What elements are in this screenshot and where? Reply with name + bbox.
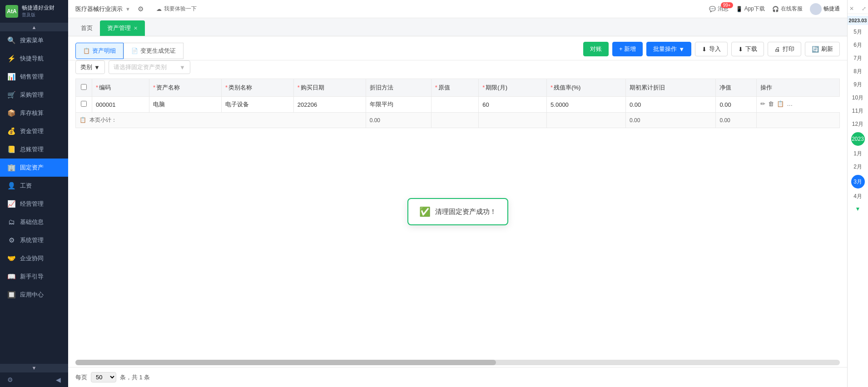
copy-icon[interactable]: 📋	[777, 100, 784, 107]
topbar-settings-icon[interactable]: ⚙	[138, 5, 144, 13]
new-button[interactable]: + 新增	[612, 42, 643, 56]
cloud-trial-button[interactable]: ☁ 我要体验一下	[156, 5, 197, 13]
sidebar-item-label: 库存核算	[20, 109, 44, 117]
sidebar-item-enterprise[interactable]: 🤝 企业协同	[0, 249, 68, 268]
app-download-label: App下载	[744, 5, 765, 13]
cal-month-3-active[interactable]: 3月	[851, 175, 865, 189]
col-original-value: *原值	[431, 79, 479, 97]
customer-service-button[interactable]: 🎧 在线客服	[772, 5, 803, 13]
sales-icon: 📊	[7, 73, 15, 81]
app-download-button[interactable]: 📱 App下载	[736, 5, 765, 13]
finance-icon: 💰	[7, 127, 15, 135]
cal-month-5[interactable]: 5月	[851, 26, 865, 38]
download-button[interactable]: ⬇ 下载	[731, 42, 764, 56]
cal-month-7[interactable]: 7月	[851, 52, 865, 64]
sidebar-item-quicknav[interactable]: ⚡ 快捷导航	[0, 50, 68, 68]
cell-purchase-date: 202206	[293, 97, 366, 113]
sidebar-item-operations[interactable]: 📈 经营管理	[0, 195, 68, 213]
sub-tab-asset-detail[interactable]: 📋 资产明细	[75, 43, 124, 59]
toast-success-icon: ✅	[419, 206, 431, 217]
guide-icon: 📖	[7, 273, 15, 281]
reconcile-button[interactable]: 对账	[583, 42, 609, 56]
subtotal-original-cell: 0.00	[366, 113, 431, 128]
category-filter[interactable]: 类别 ▼	[75, 60, 105, 74]
cal-year-badge[interactable]: 2023	[851, 132, 865, 146]
cal-month-12[interactable]: 12月	[851, 118, 865, 130]
company-selector[interactable]: 医疗器械行业演示 ▼	[75, 5, 130, 13]
messages-button[interactable]: 💬 消息 99+	[709, 5, 729, 13]
sidebar-item-search[interactable]: 🔍 搜索菜单	[0, 31, 68, 50]
collapse-sidebar-icon[interactable]: ◀	[56, 376, 61, 383]
import-button[interactable]: ⬇ 导入	[695, 42, 728, 56]
refresh-label: 刷新	[821, 45, 833, 53]
cell-category: 电子设备	[221, 97, 293, 113]
download-icon: 📱	[736, 6, 743, 12]
sidebar-item-ledger[interactable]: 📒 总账管理	[0, 140, 68, 159]
subtotal-row: 📋 本页小计： 0.00 0.00 0.00	[76, 113, 840, 128]
delete-icon[interactable]: 🗑	[768, 100, 774, 107]
col-action: 操作	[757, 79, 840, 97]
sidebar-item-purchase[interactable]: 🛒 采购管理	[0, 86, 68, 104]
sub-tabbar: 📋 资产明细 📄 变更生成凭证 对账 + 新增 批量操作 ▼ ⬇	[68, 36, 847, 60]
sidebar-item-payroll[interactable]: 👤 工资	[0, 177, 68, 195]
tab-home[interactable]: 首页	[74, 20, 100, 36]
sidebar-scroll-up[interactable]: ▲	[0, 23, 68, 31]
enterprise-icon: 🤝	[7, 254, 15, 263]
sidebar-item-system[interactable]: ⚙ 系统管理	[0, 231, 68, 249]
more-icon[interactable]: …	[787, 100, 793, 107]
subtotal-label-cell: 📋 本页小计：	[76, 113, 366, 128]
table-scrollbar[interactable]	[75, 360, 840, 365]
apps-icon: 🔲	[7, 291, 15, 299]
sidebar-item-sales[interactable]: 📊 销售管理	[0, 68, 68, 86]
sidebar-scroll-down[interactable]: ▼	[0, 364, 68, 372]
cal-month-6[interactable]: 6月	[851, 39, 865, 51]
toast-message: 清理固定资产成功！	[435, 208, 496, 216]
subtotal-empty2	[479, 113, 547, 128]
cal-month-4[interactable]: 4月	[851, 190, 865, 203]
sidebar-item-finance[interactable]: 💰 资金管理	[0, 122, 68, 140]
cal-month-9[interactable]: 9月	[851, 79, 865, 91]
cal-scroll-down[interactable]: ▼	[851, 203, 865, 214]
edit-icon[interactable]: ✏	[760, 100, 765, 107]
user-profile[interactable]: 畅捷通	[810, 3, 840, 15]
sidebar-item-apps[interactable]: 🔲 应用中心	[0, 286, 68, 304]
batch-label: 批量操作	[653, 45, 677, 53]
cal-month-10[interactable]: 10月	[851, 92, 865, 104]
sidebar-item-label: 采购管理	[20, 91, 44, 99]
cal-month-1[interactable]: 1月	[851, 148, 865, 160]
batch-button[interactable]: 批量操作 ▼	[646, 42, 691, 56]
main-content: 医疗器械行业演示 ▼ ⚙ ☁ 我要体验一下 💬 消息 99+ 📱 App下载 🎧…	[68, 0, 847, 387]
sidebar-item-fixed-assets[interactable]: 🏢 固定资产	[0, 159, 68, 177]
refresh-button[interactable]: 🔄 刷新	[805, 42, 840, 56]
per-page-select[interactable]: 50 10 20 100	[91, 372, 116, 382]
settings-bottom-icon[interactable]: ⚙	[7, 376, 13, 383]
print-button[interactable]: 🖨 打印	[768, 42, 801, 56]
cal-month-11[interactable]: 11月	[851, 105, 865, 117]
cal-month-2[interactable]: 2月	[851, 161, 865, 173]
table-scrollbar-thumb[interactable]	[75, 360, 496, 365]
download-icon: ⬇	[738, 46, 743, 53]
sub-tab-voucher[interactable]: 📄 变更生成凭证	[124, 43, 184, 59]
company-dropdown-icon: ▼	[125, 6, 130, 12]
sidebar-item-inventory[interactable]: 📦 库存核算	[0, 104, 68, 122]
category-dropdown[interactable]: 请选择固定资产类别 ▼	[109, 60, 190, 74]
reconcile-label: 对账	[590, 45, 602, 53]
select-all-checkbox[interactable]	[81, 84, 87, 90]
close-panel-icon[interactable]: ✕	[849, 5, 854, 12]
system-icon: ⚙	[7, 236, 15, 244]
col-name: *资产名称	[149, 79, 222, 97]
batch-arrow-icon: ▼	[679, 46, 684, 53]
tab-asset-management[interactable]: 资产管理 ✕	[100, 20, 145, 36]
cell-residual-rate: 5.0000	[547, 97, 626, 113]
sidebar-item-basic-info[interactable]: 🗂 基础信息	[0, 213, 68, 231]
expand-panel-icon[interactable]: ⤢	[862, 5, 866, 12]
operations-icon: 📈	[7, 200, 15, 208]
tab-close-icon[interactable]: ✕	[134, 25, 138, 31]
table-header-checkbox	[76, 79, 92, 97]
sidebar-item-label: 工资	[20, 182, 32, 190]
cal-month-8[interactable]: 8月	[851, 65, 865, 78]
row-checkbox[interactable]	[81, 101, 87, 107]
per-page-label: 每页	[75, 373, 87, 382]
cell-period: 60	[479, 97, 547, 113]
sidebar-item-guide[interactable]: 📖 新手引导	[0, 268, 68, 286]
